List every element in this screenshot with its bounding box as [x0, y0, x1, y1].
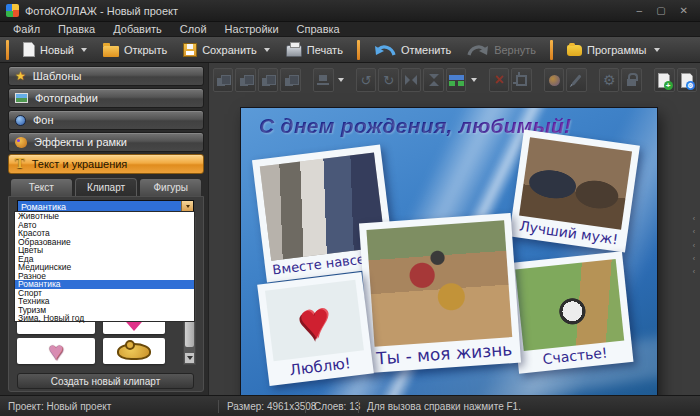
gear-icon: ⚙: [686, 81, 695, 90]
delete-button[interactable]: ×: [489, 68, 509, 92]
clipart-thumbnail[interactable]: [103, 338, 165, 364]
page-settings-button[interactable]: ⚙: [677, 68, 697, 92]
save-button[interactable]: Сохранить: [175, 39, 278, 61]
status-size: Размер: 4961x3508: [219, 401, 305, 412]
gold-hat-icon: [117, 343, 151, 360]
create-clipart-button[interactable]: Создать новый клипарт: [17, 373, 194, 389]
dropdown-item[interactable]: Зима, Новый год: [15, 314, 194, 323]
sidebar: ★ Шаблоны Фотографии Фон Эффекты и рамки…: [8, 66, 204, 392]
sidebar-item-background[interactable]: Фон: [8, 110, 204, 130]
new-document-icon: [23, 42, 35, 57]
layer-backward-icon: [239, 74, 253, 87]
maximize-button[interactable]: ▢: [656, 6, 665, 16]
photo-flower-heart: ♥: [265, 280, 364, 362]
photo-couple-walking: [366, 220, 512, 346]
dropdown-item[interactable]: Животные: [15, 212, 194, 221]
edit-button[interactable]: [566, 68, 586, 92]
undo-button[interactable]: Отменить: [366, 39, 459, 61]
photo-frame-best-husband[interactable]: Лучший муж!: [509, 129, 640, 252]
toolbar-separator: [550, 40, 553, 60]
layer-backward-button[interactable]: [235, 68, 255, 92]
flip-vertical-button[interactable]: [423, 68, 443, 92]
photo-frame-happiness[interactable]: Счастье!: [508, 251, 634, 373]
sidebar-item-templates[interactable]: ★ Шаблоны: [8, 66, 204, 86]
photo-frame-love[interactable]: ♥ Люблю!: [257, 272, 374, 386]
effects-icon: [549, 75, 560, 86]
align-dropdown[interactable]: [336, 68, 344, 92]
chevron-down-icon: [338, 78, 344, 82]
chevron-left-icon: ‹: [693, 268, 695, 275]
redo-button[interactable]: Вернуть: [459, 39, 544, 61]
sidebar-item-text-decor[interactable]: T Текст и украшения: [8, 154, 204, 174]
panel-splitter-handle[interactable]: ‹ ‹ ‹ ‹ ‹: [690, 215, 698, 275]
menu-settings[interactable]: Настройки: [216, 23, 288, 35]
window-title: ФотоКОЛЛАЖ - Новый проект: [25, 5, 178, 17]
status-project: Проект: Новый проект: [0, 401, 218, 412]
scrollbar-down-button[interactable]: [185, 353, 194, 363]
rotate-right-button[interactable]: ↻: [378, 68, 398, 92]
template-dropdown[interactable]: [468, 68, 476, 92]
menu-help[interactable]: Справка: [288, 23, 349, 35]
collage-canvas[interactable]: С днем рождения, любимый! Вместе навсегд…: [241, 108, 657, 407]
chevron-left-icon: ‹: [693, 228, 695, 235]
printer-icon: [286, 45, 302, 57]
layer-front-button[interactable]: [258, 68, 278, 92]
flip-horizontal-button[interactable]: [401, 68, 421, 92]
align-button[interactable]: [313, 68, 333, 92]
programs-button[interactable]: Программы: [559, 39, 667, 61]
rotate-left-button[interactable]: ↺: [356, 68, 376, 92]
print-button[interactable]: Печать: [278, 39, 351, 61]
flip-horizontal-icon: [404, 74, 418, 86]
crop-button[interactable]: [511, 68, 531, 92]
photo-clock-grass: [515, 259, 624, 351]
combobox-value: Романтика: [18, 202, 181, 212]
unlock-icon: [627, 79, 636, 86]
sidebar-tabs: Текст Клипарт Фигуры: [8, 178, 204, 196]
menu-add[interactable]: Добавить: [104, 23, 171, 35]
menu-edit[interactable]: Правка: [49, 23, 104, 35]
gear-icon: ⚙: [603, 73, 616, 87]
effects-button[interactable]: [544, 68, 564, 92]
rotate-left-icon: ↺: [361, 74, 372, 87]
minimize-button[interactable]: –: [637, 6, 643, 16]
delete-icon: ×: [494, 72, 503, 88]
add-page-button[interactable]: +: [654, 68, 674, 92]
chevron-down-icon[interactable]: [81, 48, 87, 52]
settings-button[interactable]: ⚙: [599, 68, 619, 92]
background-icon: [15, 115, 26, 126]
lock-button[interactable]: [621, 68, 641, 92]
rotate-right-icon: ↻: [383, 74, 394, 87]
chevron-down-icon[interactable]: [264, 48, 270, 52]
tab-clipart[interactable]: Клипарт: [75, 178, 138, 196]
align-icon: [316, 74, 330, 86]
chevron-down-icon[interactable]: [654, 48, 660, 52]
arrow-down-icon: [187, 356, 193, 360]
menu-layer[interactable]: Слой: [171, 23, 216, 35]
template-grid-button[interactable]: [446, 68, 466, 92]
app-window: ФотоКОЛЛАЖ - Новый проект – ▢ ✕ Файл Пра…: [0, 0, 700, 416]
close-button[interactable]: ✕: [680, 6, 688, 16]
new-button[interactable]: Новый: [15, 39, 95, 61]
tab-text[interactable]: Текст: [10, 178, 73, 196]
chevron-left-icon: ‹: [693, 242, 695, 249]
chevron-down-icon: [471, 78, 477, 82]
plus-icon: +: [664, 81, 673, 90]
menu-bar: Файл Правка Добавить Слой Настройки Спра…: [0, 22, 700, 37]
menu-file[interactable]: Файл: [4, 23, 49, 35]
layer-back-button[interactable]: [280, 68, 300, 92]
toolbar-separator: [6, 40, 9, 60]
sidebar-item-photos[interactable]: Фотографии: [8, 88, 204, 108]
photo-frame-my-life[interactable]: Ты - моя жизнь: [359, 213, 521, 373]
status-bar: Проект: Новый проект Размер: 4961x3508 С…: [0, 395, 700, 416]
template-grid-icon: [449, 74, 464, 87]
title-bar: ФотоКОЛЛАЖ - Новый проект – ▢ ✕: [0, 0, 700, 22]
app-logo-icon: [6, 4, 19, 17]
layer-forward-button[interactable]: [213, 68, 233, 92]
dropdown-item[interactable]: Цветы: [15, 246, 194, 255]
open-button[interactable]: Открыть: [95, 39, 175, 61]
programs-icon: [567, 45, 582, 56]
tab-shapes[interactable]: Фигуры: [139, 178, 202, 196]
sidebar-item-effects[interactable]: Эффекты и рамки: [8, 132, 204, 152]
clipart-thumbnail[interactable]: ♥: [17, 338, 95, 364]
chevron-left-icon: ‹: [693, 215, 695, 222]
